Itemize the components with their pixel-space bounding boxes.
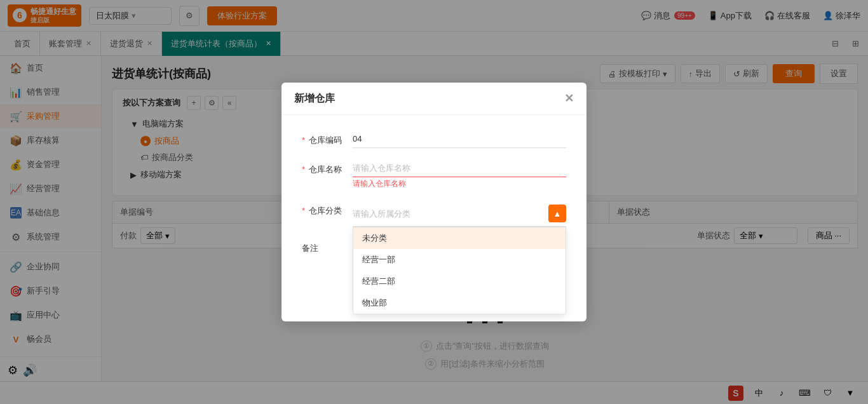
modal-title: 新增仓库 <box>294 92 335 105</box>
dropdown-item-2[interactable]: 经营二部 <box>353 271 566 292</box>
category-field: ▲ 未分类 经营一部 经营二部 物业部 <box>353 201 566 227</box>
category-dropdown: 未分类 经营一部 经营二部 物业部 <box>353 227 566 314</box>
modal-body: * 仓库编码 * 仓库名称 请输入仓库名称 <box>281 115 587 282</box>
category-label: * 仓库分类 <box>302 201 353 217</box>
code-field <box>353 130 566 148</box>
name-label: * 仓库名称 <box>302 159 353 175</box>
name-input[interactable] <box>353 159 566 177</box>
form-row-name: * 仓库名称 请输入仓库名称 <box>302 159 566 189</box>
dropdown-item-3[interactable]: 物业部 <box>353 292 566 314</box>
modal-add-warehouse: 新增仓库 ✕ * 仓库编码 * 仓库名称 <box>281 83 587 321</box>
notes-label: 备注 <box>302 238 353 254</box>
category-toggle-button[interactable]: ▲ <box>548 205 566 222</box>
category-input[interactable] <box>353 209 548 219</box>
category-input-row: ▲ <box>353 201 566 227</box>
modal-overlay[interactable]: 新增仓库 ✕ * 仓库编码 * 仓库名称 <box>0 0 868 404</box>
form-row-code: * 仓库编码 <box>302 130 566 148</box>
modal-close-button[interactable]: ✕ <box>564 91 574 105</box>
name-field: 请输入仓库名称 <box>353 159 566 189</box>
modal-header: 新增仓库 ✕ <box>281 83 587 115</box>
form-row-category: * 仓库分类 ▲ 未分类 经营一部 经营二部 物业部 <box>302 201 566 227</box>
dropdown-item-0[interactable]: 未分类 <box>353 227 566 249</box>
code-input[interactable] <box>353 130 566 148</box>
dropdown-item-1[interactable]: 经营一部 <box>353 249 566 271</box>
name-error-msg: 请输入仓库名称 <box>353 178 566 189</box>
code-label: * 仓库编码 <box>302 130 353 146</box>
